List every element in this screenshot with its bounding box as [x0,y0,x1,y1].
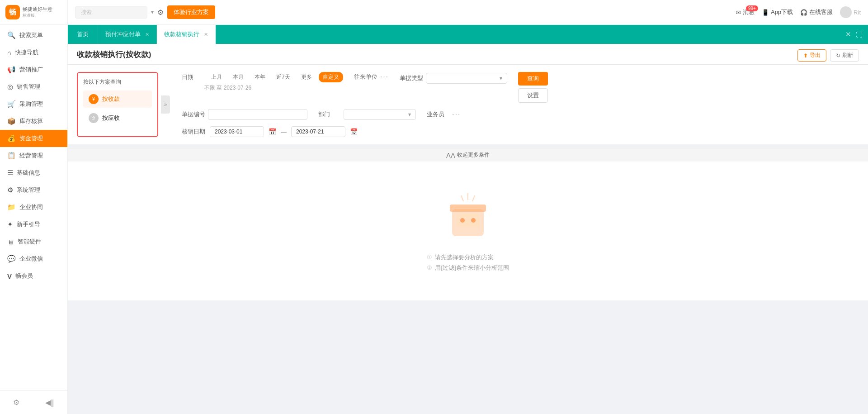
verify-date-end-input[interactable] [291,126,345,137]
dept-select[interactable]: ▾ [344,109,416,120]
sidebar-label-member: 畅会员 [15,272,33,280]
header-chevron-icon[interactable]: ▾ [151,9,154,15]
sidebar-item-search[interactable]: 🔍 搜索菜单 [0,27,67,44]
maximize-window-btn[interactable]: ⛶ [856,31,863,38]
online-service-label: 在线客服 [809,8,833,16]
query-panel: 按以下方案查询 ¥ 按收款 ⏱ 按应收 » [77,72,158,137]
sidebar-label-wechat: 企业微信 [19,255,43,263]
finance-icon: 💰 [7,134,16,143]
page-header: 收款核销执行(按收款) ⬆ 导出 ↻ 刷新 [68,44,868,65]
sidebar-item-purchase[interactable]: 🛒 采购管理 [0,95,67,113]
online-service-btn[interactable]: 🎧 在线客服 [800,8,833,16]
verify-date-start-input[interactable] [210,126,264,137]
collapse-more-btn[interactable]: ⋀⋀ 收起更多条件 [68,148,868,162]
counter-party-dots[interactable]: ··· [380,73,389,81]
empty-illustration [441,189,495,243]
sidebar-item-marketing[interactable]: 📢 营销推广 [0,61,67,78]
query-option-by-receivable[interactable]: ⏱ 按应收 [83,109,152,127]
sidebar-item-guide[interactable]: ✦ 新手引导 [0,216,67,233]
filter-area: 按以下方案查询 ¥ 按收款 ⏱ 按应收 » [68,65,868,144]
sidebar-item-inventory[interactable]: 📦 库存核算 [0,113,67,130]
dept-label: 部门 [318,110,341,119]
sidebar-item-enterprise[interactable]: 📁 企业协同 [0,199,67,216]
verify-date-start-cal-icon[interactable]: 📅 [269,128,276,135]
refresh-btn[interactable]: ↻ 刷新 [830,49,859,62]
page-title: 收款核销执行(按收款) [77,49,859,64]
dept-chevron-icon: ▾ [408,111,411,118]
user-avatar-btn[interactable]: Rit [840,6,861,18]
date-no-limit: 不限 至 2023-07-26 [204,84,343,92]
industry-btn[interactable]: 体验行业方案 [167,5,215,19]
operation-icon: 📋 [7,152,16,160]
tab-prepay-close-icon[interactable]: ✕ [145,32,149,38]
staff-dots[interactable]: ··· [452,110,461,119]
sidebar-item-finance[interactable]: 💰 资金管理 [0,130,67,147]
setting-btn[interactable]: 设置 [518,88,548,103]
app-logo: 畅 畅捷通好生意 标准版 [0,0,67,25]
sidebar-label-operation: 经营管理 [19,152,43,160]
sidebar-label-purchase: 采购管理 [19,100,43,108]
bill-type-col: 单据类型 ▾ [400,73,507,84]
svg-line-6 [472,195,475,201]
staff-label: 业务员 [427,110,449,119]
message-badge: 99+ [746,5,758,11]
export-btn[interactable]: ⬆ 导出 [797,49,826,62]
sidebar-item-system[interactable]: ⚙ 系统管理 [0,181,67,199]
app-download-icon: 📱 [762,9,769,16]
system-icon: ⚙ [7,186,13,194]
tab-collection-close-icon[interactable]: ✕ [204,32,208,38]
sidebar-item-member[interactable]: V 畅会员 [0,267,67,285]
tab-collection[interactable]: 收款核销执行 ✕ [157,25,216,44]
this-year-btn[interactable]: 本年 [250,72,269,82]
tab-window-controls: ✕ ⛶ [840,25,868,44]
date-quick-row: 日期 上月 本月 本年 近7天 更多 自定义 [182,72,343,82]
sidebar-label-finance: 资金管理 [19,134,43,143]
smart-hw-icon: 🖥 [7,238,14,246]
basic-info-icon: ☰ [7,169,13,177]
member-icon: V [7,272,12,280]
search-nav-icon: 🔍 [7,31,16,39]
page-actions: ⬆ 导出 ↻ 刷新 [797,49,859,62]
svg-rect-1 [450,205,486,212]
date-no-limit-text: 不限 至 2023-07-26 [204,84,251,92]
sidebar-item-operation[interactable]: 📋 经营管理 [0,147,67,164]
receivable-option-label: 按应收 [102,114,120,122]
sidebar: 畅 畅捷通好生意 标准版 🔍 搜索菜单 ⌂ 快捷导航 📢 营销推广 ◎ 销售管理… [0,0,68,414]
message-btn[interactable]: ✉ 消息 99+ [736,8,755,16]
query-option-by-receipt[interactable]: ¥ 按收款 [83,90,152,108]
last-7days-btn[interactable]: 近7天 [272,72,294,82]
main-container: 搜索 ▾ ⚙ 体验行业方案 ✉ 消息 99+ 📱 App下载 🎧 在线客服 Ri… [68,0,868,414]
sidebar-item-quick-nav[interactable]: ⌂ 快捷导航 [0,44,67,61]
last-month-btn[interactable]: 上月 [207,72,226,82]
filter-row-1: 日期 上月 本月 本年 近7天 更多 自定义 不限 至 2023-07-26 [182,72,859,103]
close-window-btn[interactable]: ✕ [845,30,851,38]
empty-num-2: ② [427,262,432,273]
sidebar-item-wechat[interactable]: 💬 企业微信 [0,250,67,267]
tab-home[interactable]: 首页 [68,25,98,44]
verify-date-end-cal-icon[interactable]: 📅 [350,128,358,135]
query-panel-collapse-btn[interactable]: » [161,95,170,114]
sidebar-item-smart-hw[interactable]: 🖥 智能硬件 [0,233,67,250]
more-date-btn[interactable]: 更多 [297,72,316,82]
header-gear-icon[interactable]: ⚙ [157,8,164,17]
header-search-placeholder: 搜索 [81,9,92,15]
sidebar-item-sales[interactable]: ◎ 销售管理 [0,78,67,95]
custom-date-btn[interactable]: 自定义 [319,72,343,82]
bill-type-label: 单据类型 [400,74,423,82]
header-left: 搜索 ▾ ⚙ 体验行业方案 [75,5,215,19]
purchase-icon: 🛒 [7,100,16,108]
sidebar-label-enterprise: 企业协同 [19,203,43,211]
logo-text: 畅捷通好生意 [23,6,52,12]
collapse-sidebar-btn[interactable]: ◀‖ [42,395,57,409]
bill-no-input[interactable] [208,109,307,120]
this-month-btn[interactable]: 本月 [229,72,248,82]
query-btn[interactable]: 查询 [518,72,548,86]
sidebar-label-marketing: 营销推广 [19,66,43,74]
app-download-btn[interactable]: 📱 App下载 [762,8,793,16]
sidebar-item-basic-info[interactable]: ☰ 基础信息 [0,164,67,181]
bill-type-select[interactable]: ▾ [426,73,507,84]
settings-bottom-btn[interactable]: ⚙ [10,395,22,409]
collapse-more-label: 收起更多条件 [457,151,490,159]
tab-prepay[interactable]: 预付冲应付单 ✕ [98,25,157,44]
empty-svg [441,189,495,243]
